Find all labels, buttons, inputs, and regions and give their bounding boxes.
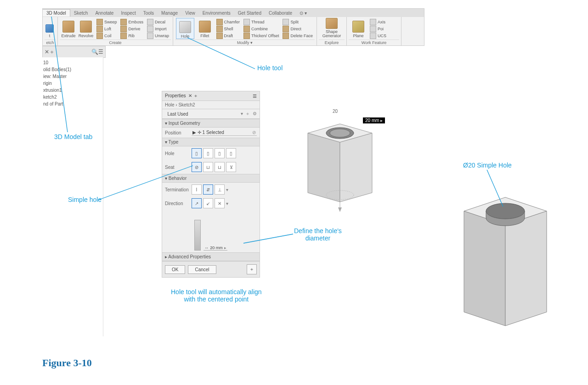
properties-title: Properties [165, 93, 186, 98]
seat-counterbore[interactable]: ⊔ [203, 162, 213, 172]
thicken-button[interactable]: Thicken/ Offset [243, 32, 279, 39]
add-icon[interactable]: ＋ [49, 48, 55, 56]
browser-item[interactable]: iew: Master [43, 73, 102, 80]
termination-to[interactable]: ⊥ [215, 184, 225, 195]
svg-marker-9 [464, 211, 505, 326]
point-icon [370, 26, 376, 32]
position-value[interactable]: ▶ ✛ 1 Selected ⊘ [192, 129, 257, 136]
dimension-tag[interactable]: 20 mm ▸ [363, 117, 385, 123]
hole-type-clearance[interactable]: ▯ [203, 148, 213, 158]
seat-label: Seat [165, 165, 189, 170]
axis-button[interactable]: Axis [370, 18, 386, 25]
chamfer-button[interactable]: Chamfer [216, 18, 240, 25]
fillet-button[interactable]: Fillet [196, 18, 214, 38]
section-type[interactable]: ▾ Type [162, 138, 260, 146]
browser-item[interactable]: olid Bodies(1) [43, 66, 102, 73]
section-advanced[interactable]: ▸ Advanced Properties [162, 252, 260, 261]
plane-button[interactable]: Plane [350, 18, 367, 38]
shape-generator-button[interactable]: Shape Generator [320, 18, 343, 38]
thread-icon [243, 19, 250, 25]
search-icon[interactable]: 🔍 [91, 49, 98, 55]
hole-diagram: ↔ 20 mm ▸ [162, 210, 260, 252]
combine-button[interactable]: Combine [243, 25, 279, 32]
revolve-button[interactable]: Revolve [78, 18, 94, 38]
section-behavior[interactable]: ▾ Behavior [162, 174, 260, 183]
plane-label: Plane [353, 33, 363, 38]
cancel-button[interactable]: Cancel [188, 265, 216, 274]
seat-none[interactable]: ⊘ [192, 162, 202, 172]
draft-button[interactable]: Draft [216, 32, 240, 39]
tab-3d-model[interactable]: 3D Model [43, 9, 70, 17]
sketch-button[interactable]: t [45, 18, 54, 38]
termination-distance[interactable]: I [192, 184, 202, 195]
tab-inspect[interactable]: Inspect [117, 10, 139, 17]
direction-default[interactable]: ↗ [192, 198, 202, 208]
diameter-input[interactable]: ↔ 20 mm ▸ [204, 246, 227, 251]
result-block [441, 174, 570, 349]
callout-right-hole: Ø20 Simple Hole [463, 162, 512, 169]
termination-through[interactable]: ⇵ [203, 184, 213, 195]
browser-item[interactable]: xtrusion1 [43, 87, 102, 94]
point-button[interactable]: Poi [370, 25, 386, 32]
browser-item[interactable]: rigin [43, 80, 102, 87]
decal-icon [147, 19, 153, 25]
emboss-button[interactable]: Emboss [120, 18, 143, 25]
ok-button[interactable]: OK [165, 265, 185, 274]
callout-auto-align: Hole tool will automatically align with … [171, 288, 262, 303]
seat-spotface[interactable]: ⊔ [215, 162, 225, 172]
browser-toolbar: ✕ ＋ 🔍 ☰ [42, 46, 106, 58]
close-icon[interactable]: ✕ [45, 49, 49, 55]
tab-collaborate[interactable]: Collaborate [265, 10, 296, 17]
direct-button[interactable]: Direct [283, 25, 313, 32]
sweep-icon [96, 19, 103, 25]
apply-button[interactable]: ＋ [247, 264, 257, 274]
browser-item[interactable]: 10 [43, 59, 102, 66]
coil-icon [96, 33, 103, 39]
tab-sketch[interactable]: Sketch [70, 10, 92, 17]
split-button[interactable]: Split [283, 18, 313, 25]
ucs-button[interactable]: UCS [370, 32, 386, 39]
section-input-geometry[interactable]: ▾ Input Geometry [162, 119, 260, 128]
hole-type-taper[interactable]: ▯ [226, 148, 236, 158]
sketch-label: t [49, 33, 51, 38]
direction-label: Direction [165, 201, 189, 206]
direction-sym[interactable]: ✕ [215, 198, 225, 208]
tab-view[interactable]: View [181, 10, 199, 17]
draft-icon [216, 33, 223, 39]
coil-button[interactable]: Coil [96, 32, 117, 39]
tab-get-started[interactable]: Get Started [234, 10, 265, 17]
rib-button[interactable]: Rib [120, 32, 143, 39]
ribbon: 3D Model Sketch Annotate Inspect Tools M… [42, 8, 424, 46]
tab-overflow-icon[interactable]: ⊙ ▾ [296, 10, 311, 17]
hole-button[interactable]: Hole [176, 18, 194, 39]
tab-manage[interactable]: Manage [158, 10, 181, 17]
shell-button[interactable]: Shell [216, 25, 240, 32]
sweep-button[interactable]: Sweep [96, 18, 117, 25]
preset-name[interactable]: Last Used [168, 112, 188, 117]
seat-countersink[interactable]: ⊻ [226, 162, 236, 172]
derive-button[interactable]: Derive [120, 25, 143, 32]
extrude-button[interactable]: Extrude [61, 18, 76, 38]
tab-tools[interactable]: Tools [140, 10, 158, 17]
menu-icon[interactable]: ☰ [98, 49, 103, 55]
unwrap-button[interactable]: Unwrap [147, 32, 169, 39]
deleteface-button[interactable]: Delete Face [283, 32, 313, 39]
loft-button[interactable]: Loft [96, 25, 117, 32]
decal-button[interactable]: Decal [147, 18, 169, 25]
callout-3d-model-tab: 3D Model tab [54, 133, 92, 140]
axis-icon [370, 19, 376, 25]
hole-type-label: Hole [165, 151, 189, 156]
ribbon-tabs: 3D Model Sketch Annotate Inspect Tools M… [43, 9, 424, 17]
hole-type-simple[interactable]: ▯ [192, 148, 202, 158]
thread-button[interactable]: Thread [243, 18, 279, 25]
import-icon [147, 26, 153, 32]
tab-environments[interactable]: Environments [199, 10, 234, 17]
tab-annotate[interactable]: Annotate [91, 10, 117, 17]
import-button[interactable]: Import [147, 25, 169, 32]
direction-flip[interactable]: ↙ [203, 198, 213, 208]
panel-menu-icon[interactable]: ☰ [253, 94, 257, 99]
browser-item[interactable]: nd of Part [43, 100, 102, 107]
fillet-icon [199, 21, 211, 33]
browser-item[interactable]: ketch2 [43, 94, 102, 100]
hole-type-tapped[interactable]: ▯ [215, 148, 225, 158]
